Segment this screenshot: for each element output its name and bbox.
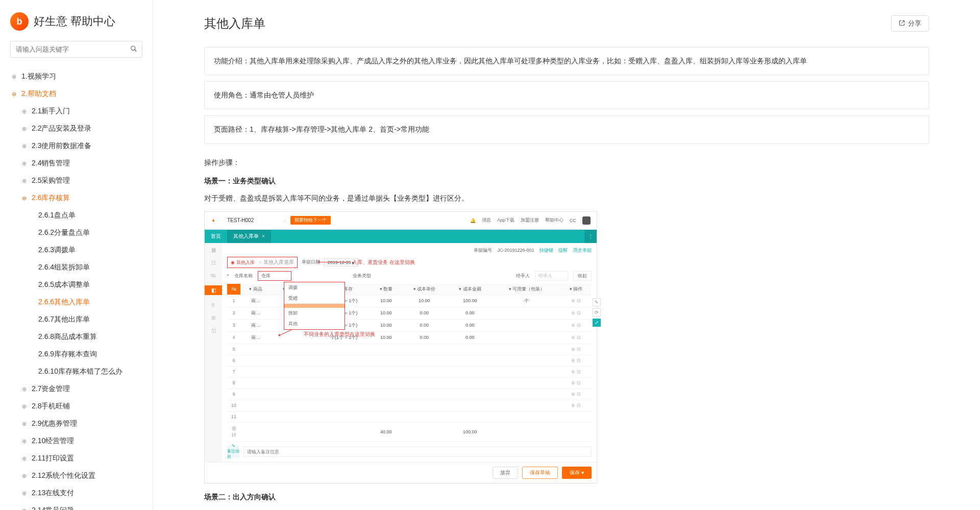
ss-link-hotkey[interactable]: 快捷键 [540, 248, 553, 253]
table-header[interactable]: ▾ 数量 [371, 284, 401, 295]
ss-nav-icon[interactable]: 🛍 [211, 273, 216, 278]
expand-icon: ⊕ [20, 490, 28, 497]
nav-item[interactable]: ⊖2.帮助文档 [10, 85, 142, 103]
nav-item[interactable]: 2.6.10库存账本错了怎么办 [10, 363, 142, 380]
ss-expand-toggle[interactable]: 收起 [573, 271, 592, 281]
table-row[interactable]: 4商…个(1个 = 1个)10.000.000.00⊕ ⊟ [227, 331, 592, 344]
nav-item[interactable]: 2.6.3调拨单 [10, 241, 142, 259]
nav-item[interactable]: ⊕2.9优惠券管理 [10, 415, 142, 432]
ss-top-link[interactable]: 加盟注册 [521, 217, 539, 224]
nav-item[interactable]: 2.6.2分量盘点单 [10, 224, 142, 241]
ss-type-dropdown[interactable]: 调拨受赠拆卸其他 [284, 282, 345, 330]
table-header[interactable]: ▾ 商品 [240, 284, 271, 295]
search-input[interactable] [10, 41, 142, 58]
ss-type-switch[interactable]: ◉ 其他入库 ○ 其他入库退库 [227, 257, 298, 268]
ss-warehouse-select[interactable]: 仓库 调拨受赠拆卸其他 [258, 271, 291, 281]
ss-nav-icon[interactable]: ⎘ [212, 302, 215, 308]
ss-partner-label: 经手人 [516, 273, 530, 279]
table-row[interactable]: 2商…个(1个 = 1个)10.000.000.00⊕ ⊟ [227, 307, 592, 319]
nav-item[interactable]: ⊕2.8手机旺铺 [10, 398, 142, 415]
nav-item-label: 2.6.7其他出库单 [38, 315, 90, 324]
nav-item[interactable]: 2.6.7其他出库单 [10, 311, 142, 328]
ss-nav-icon[interactable]: ▦ [211, 247, 216, 253]
nav-item-label: 2.6.1盘点单 [38, 211, 76, 220]
nav-item[interactable]: ⊕2.14常见问题 [10, 502, 142, 510]
nav-item[interactable]: ⊕2.10经营管理 [10, 432, 142, 450]
table-row[interactable]: 6⊕ ⊟ [227, 355, 592, 366]
expand-icon: ⊕ [10, 73, 17, 80]
nav-item-label: 2.9优惠券管理 [32, 419, 77, 428]
dropdown-option[interactable]: 调拨 [284, 282, 345, 293]
ss-remark-input[interactable] [243, 447, 592, 457]
nav-item[interactable]: ⊕2.11打印设置 [10, 450, 142, 467]
nav-item[interactable]: 2.6.9库存账本查询 [10, 346, 142, 363]
nav-item[interactable]: 2.6.6其他入库单 [10, 294, 142, 311]
ss-tool-icon[interactable]: ⤢ [593, 319, 601, 327]
table-row[interactable]: 3商…个(1个 = 1个)10.000.000.00⊕ ⊟ [227, 319, 592, 331]
ss-tabs-menu-icon[interactable]: ⋮ [584, 230, 597, 243]
ss-link-remind[interactable]: 提醒 [558, 248, 568, 253]
ss-tool-icon[interactable]: ⟳ [593, 308, 601, 317]
nav-item[interactable]: ⊕1.视频学习 [10, 68, 142, 85]
expand-icon: ⊕ [20, 177, 28, 184]
nav-item-label: 2.3使用前数据准备 [32, 141, 91, 151]
ss-nav-icon[interactable]: ⊞ [211, 315, 215, 321]
avatar[interactable] [582, 216, 591, 225]
dropdown-option[interactable] [284, 304, 345, 308]
share-button[interactable]: 分享 [891, 15, 929, 32]
ss-tab-active[interactable]: 其他入库单× [227, 230, 271, 243]
share-label: 分享 [908, 19, 921, 28]
nav-item-label: 2.11打印设置 [32, 454, 74, 463]
dropdown-option[interactable]: 受赠 [284, 293, 345, 304]
table-row[interactable]: 11 [227, 411, 592, 422]
ss-nav-icon-active[interactable]: ◧ [205, 285, 222, 295]
ss-top-link[interactable]: 消息 [482, 217, 491, 224]
table-row[interactable]: 5⊕ ⊟ [227, 344, 592, 355]
nav-item[interactable]: 2.6.5成本调整单 [10, 276, 142, 294]
dropdown-option[interactable]: 其他 [284, 319, 345, 329]
table-row[interactable]: 7⊕ ⊟ [227, 366, 592, 377]
ss-top-link[interactable]: CC [570, 218, 576, 223]
nav-item[interactable]: ⊕2.7资金管理 [10, 380, 142, 398]
table-row[interactable]: 9⊕ ⊟ [227, 388, 592, 400]
table-header[interactable]: ▾ 成本单价 [402, 284, 447, 295]
table-header[interactable]: ▾ 成本金额 [447, 284, 493, 295]
ss-tab-home[interactable]: 首页 [205, 230, 227, 243]
nav-item[interactable]: ⊕2.3使用前数据准备 [10, 137, 142, 155]
ss-nav-icon[interactable]: ☷ [211, 260, 216, 265]
nav-item[interactable]: ⊕2.5采购管理 [10, 172, 142, 189]
nav-item[interactable]: 2.6.4组装拆卸单 [10, 259, 142, 276]
nav-item[interactable]: ⊕2.13在线支付 [10, 484, 142, 502]
nav-item[interactable]: ⊕2.12系统个性化设置 [10, 467, 142, 484]
ss-link-history[interactable]: 历史单据 [573, 248, 592, 253]
ss-top-pill[interactable]: 我要转给下一个 [290, 216, 331, 225]
ss-tool-icon[interactable]: ✎ [593, 298, 601, 306]
table-row[interactable]: 8⊕ ⊟ [227, 377, 592, 388]
nav-item[interactable]: ⊖2.6库存核算 [10, 189, 142, 207]
nav-item[interactable]: ⊕2.1新手入门 [10, 103, 142, 120]
ss-save-button[interactable]: 保存 ▾ [562, 467, 592, 479]
expand-icon: ⊕ [20, 160, 28, 167]
table-row[interactable]: 1商…个(1个 = 1个)10.0010.00100.00个⊕ ⊟ [227, 295, 592, 307]
ss-top-link[interactable]: App下载 [497, 217, 514, 224]
expand-icon: ⊕ [20, 125, 28, 132]
nav-item[interactable]: 2.6.1盘点单 [10, 207, 142, 224]
ss-annot-2: 不同业务的入库类型在这里切换 [304, 331, 375, 338]
nav-item[interactable]: 2.6.8商品成本重算 [10, 328, 142, 346]
nav-item[interactable]: ⊕2.4销售管理 [10, 155, 142, 172]
path-box: 页面路径：1、库存核算->库存管理->其他入库单 2、首页->常用功能 [204, 115, 929, 143]
bell-icon[interactable]: 🔔 [470, 218, 476, 223]
ss-nav-icon[interactable]: ◫ [211, 328, 216, 333]
table-row[interactable]: 10⊕ ⊟ [227, 400, 592, 411]
dropdown-option[interactable]: 拆卸 [284, 308, 345, 319]
ss-partner-input[interactable]: 经手人 [535, 271, 568, 281]
ss-annot-1: 入库、退货业务 在这里切换 [352, 259, 415, 266]
table-header[interactable]: ▾ 可用量（包装） [493, 284, 561, 295]
nav-item[interactable]: ⊕2.2产品安装及登录 [10, 120, 142, 137]
ss-draft-button[interactable]: 保存草稿 [522, 467, 558, 479]
ss-top-link[interactable]: 帮助中心 [545, 217, 564, 224]
table-header[interactable]: ▾ 操作 [560, 284, 592, 295]
ss-search-icon: ⌕ [283, 217, 286, 223]
ss-discard-button[interactable]: 放弃 [493, 467, 518, 479]
close-icon[interactable]: × [262, 233, 265, 239]
